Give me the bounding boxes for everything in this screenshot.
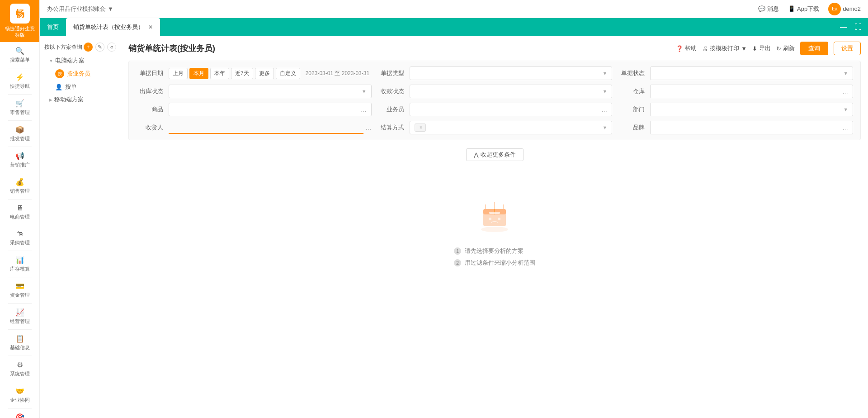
tree-mobile-item[interactable]: ▶ 移动端方案 xyxy=(40,93,121,106)
bill-type-select[interactable]: ▼ xyxy=(410,66,613,80)
refresh-label: 刷新 xyxy=(783,44,795,52)
svg-point-0 xyxy=(481,227,508,232)
tab-minimize-btn[interactable]: — xyxy=(837,21,850,33)
tree-child-salesman[interactable]: 按 按业务员 xyxy=(51,67,121,81)
dept-select[interactable]: ▼ xyxy=(650,103,853,116)
receipt-status-control[interactable]: ▼ xyxy=(410,85,613,98)
date-this-month-btn[interactable]: 本月 xyxy=(189,68,208,79)
date-last-month-btn[interactable]: 上月 xyxy=(169,68,188,79)
out-status-arrow: ▼ xyxy=(362,89,367,94)
collapse-more-btn[interactable]: ⋀ 收起更多条件 xyxy=(466,148,524,161)
tree-arrow-mobile-icon: ▶ xyxy=(49,97,52,102)
tree-arrow-icon: ▼ xyxy=(49,58,53,63)
sidebar-item-5[interactable]: 💰销售管理 xyxy=(8,173,32,200)
dept-arrow: ▼ xyxy=(843,107,848,112)
query-btn[interactable]: 查询 xyxy=(800,42,828,55)
tab-home-label: 首页 xyxy=(47,23,59,31)
sidebar-item-7[interactable]: 🛍采购管理 xyxy=(8,225,32,251)
consignee-input[interactable] xyxy=(169,122,363,134)
tip-num-2: 2 xyxy=(454,259,461,266)
sidebar-icon-6: 🖥 xyxy=(16,204,24,212)
brand-select[interactable]: … xyxy=(650,121,853,134)
date-7days-btn[interactable]: 近7天 xyxy=(231,68,253,79)
sidebar-item-3[interactable]: 📦批发管理 xyxy=(8,121,32,147)
tree-desktop-children: 按 按业务员 👤 按单 xyxy=(40,67,121,93)
tab-close-icon[interactable]: ✕ xyxy=(148,24,153,30)
app-logo[interactable]: 畅 畅捷通好生意标版 xyxy=(0,0,39,42)
bill-status-label: 单据状态 xyxy=(618,69,645,77)
settings-btn[interactable]: 设置 xyxy=(834,42,861,55)
sidebar-icon-2: 🛒 xyxy=(15,99,24,108)
sidebar-item-9[interactable]: 💳资金管理 xyxy=(8,277,32,304)
date-field-label: 单据日期 xyxy=(136,69,163,77)
dept-control[interactable]: ▼ xyxy=(650,103,853,116)
sidebar-item-1[interactable]: ⚡快捷导航 xyxy=(8,68,32,95)
out-status-control[interactable]: ▼ xyxy=(169,85,372,98)
salesman-select[interactable]: … xyxy=(410,103,613,116)
goods-control[interactable]: … xyxy=(169,103,372,116)
empty-tip-1: 1 请先选择要分析的方案 xyxy=(454,245,535,257)
message-label: 消息 xyxy=(767,5,779,13)
empty-illustration xyxy=(472,191,517,236)
user-menu[interactable]: Ea demo2 xyxy=(828,3,861,15)
sidebar-item-11[interactable]: 📋基础信息 xyxy=(8,330,32,356)
bill-type-label: 单据类型 xyxy=(377,69,404,77)
topbar-right: 💬 消息 📱 App下载 Ea demo2 xyxy=(758,3,861,15)
goods-select[interactable]: … xyxy=(169,103,372,116)
sidebar-icon-8: 📊 xyxy=(15,256,24,264)
date-more-btn[interactable]: 更多 xyxy=(255,68,274,79)
tree-child-order[interactable]: 👤 按单 xyxy=(51,81,121,93)
warehouse-select[interactable]: … xyxy=(650,85,853,98)
sidebar-item-0[interactable]: 🔍搜索菜单 xyxy=(8,42,32,68)
sidebar-item-2[interactable]: 🛒零售管理 xyxy=(8,95,32,121)
settlement-control[interactable]: × ▼ xyxy=(410,121,613,134)
tree-desktop-item[interactable]: ▼ 电脑端方案 xyxy=(40,54,121,67)
app-download-btn[interactable]: 📱 App下载 xyxy=(788,5,819,13)
tab-sales-stat[interactable]: 销货单统计表（按业务员） ✕ xyxy=(66,18,160,36)
help-btn[interactable]: ❓ 帮助 xyxy=(676,44,697,52)
settlement-clear-btn[interactable]: × xyxy=(420,124,423,131)
refresh-btn[interactable]: ↻ 刷新 xyxy=(776,44,795,52)
settlement-select[interactable]: × ▼ xyxy=(410,121,613,134)
sidebar-item-4[interactable]: 📢营销推广 xyxy=(8,147,32,173)
consignee-dots[interactable]: … xyxy=(365,124,372,131)
collapse-label: 收起更多条件 xyxy=(481,151,516,159)
add-scheme-btn[interactable]: + xyxy=(84,43,93,52)
sidebar-icon-9: 💳 xyxy=(15,282,24,290)
tab-expand-btn[interactable]: ⛶ xyxy=(852,21,864,33)
sidebar-item-14[interactable]: 🎯新手引导 xyxy=(8,408,32,418)
sidebar-item-6[interactable]: 🖥电商管理 xyxy=(8,200,32,225)
collapse-panel-btn[interactable]: « xyxy=(107,43,116,52)
left-panel-title: 按以下方案查询 xyxy=(44,43,82,51)
bill-status-select[interactable]: ▼ xyxy=(650,66,853,80)
sidebar-item-10[interactable]: 📈经营管理 xyxy=(8,304,32,330)
salesman-control[interactable]: … xyxy=(410,103,613,116)
bill-type-control[interactable]: ▼ xyxy=(410,66,613,80)
sidebar-item-12[interactable]: ⚙系统管理 xyxy=(8,356,32,382)
date-this-year-btn[interactable]: 本年 xyxy=(210,68,229,79)
date-custom-btn[interactable]: 自定义 xyxy=(276,68,300,79)
tab-home[interactable]: 首页 xyxy=(40,18,66,36)
warehouse-control[interactable]: … xyxy=(650,85,853,98)
message-btn[interactable]: 💬 消息 xyxy=(758,5,779,13)
date-filter: 上月 本月 本年 近7天 更多 自定义 2023-03-01 至 2023-03… xyxy=(169,68,369,79)
print-btn[interactable]: 🖨 按模板打印 ▼ xyxy=(702,44,747,52)
receipt-status-select[interactable]: ▼ xyxy=(410,85,613,98)
sidebar-item-8[interactable]: 📊库存核算 xyxy=(8,251,32,277)
warehouse-label: 仓库 xyxy=(618,87,645,95)
breadcrumb-dropdown[interactable]: 办公用品行业模拟账套 ▼ xyxy=(47,5,113,13)
bill-status-control[interactable]: ▼ xyxy=(650,66,853,80)
svg-rect-4 xyxy=(489,212,500,214)
consignee-control[interactable]: … xyxy=(169,122,372,134)
goods-label: 商品 xyxy=(136,105,163,114)
right-panel: 销货单统计表(按业务员) ❓ 帮助 🖨 按模板打印 ▼ ⬇ 导出 xyxy=(121,36,868,418)
app-download-label: App下载 xyxy=(797,5,819,13)
edit-scheme-btn[interactable]: ✎ xyxy=(95,43,104,52)
topbar: 办公用品行业模拟账套 ▼ 💬 消息 📱 App下载 Ea demo2 xyxy=(40,0,868,18)
sidebar-item-13[interactable]: 🤝企业协同 xyxy=(8,382,32,408)
out-status-select[interactable]: ▼ xyxy=(169,85,372,98)
sidebar-label-3: 批发管理 xyxy=(10,135,30,142)
brand-control[interactable]: … xyxy=(650,121,853,134)
export-btn[interactable]: ⬇ 导出 xyxy=(752,44,771,52)
logo-text: 畅捷通好生意标版 xyxy=(5,25,35,38)
